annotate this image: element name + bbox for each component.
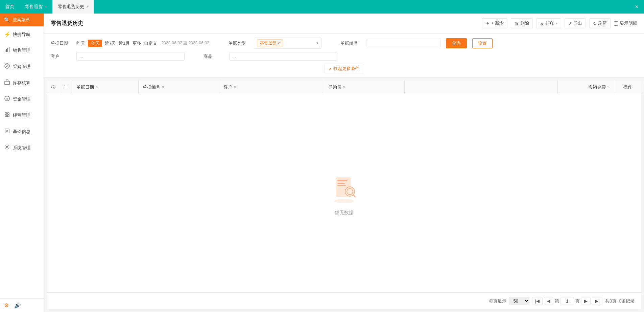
print-arrow-icon: ▾ [556,22,557,25]
refresh-button[interactable]: ↻ 刷新 [589,18,611,28]
date-option-7days[interactable]: 近7天 [105,40,116,46]
sidebar-search[interactable]: 🔍 搜索菜单 [0,14,44,26]
date-option-more[interactable]: 更多 [133,40,141,46]
customer-filter-select[interactable]: ... [76,52,185,61]
refresh-icon: ↻ [593,21,597,26]
collapse-up-icon: ∧ [329,66,332,71]
th-guide: 导购员 ⇅ [324,81,405,94]
order-no-filter-input[interactable] [366,39,440,47]
print-button[interactable]: 🖨 打印 ▾ [536,18,561,28]
new-button[interactable]: ＋ + 新增 [482,18,507,28]
th-operation: 操作 [614,81,641,94]
goods-filter-label: 商品 [204,53,224,60]
th-customer-sort-icon[interactable]: ⇅ [234,85,236,89]
export-icon: ↗ [568,21,572,26]
show-detail-checkbox-label[interactable]: 显示明细 [614,20,637,26]
goods-filter-select[interactable]: ... [229,52,337,61]
date-option-yesterday[interactable]: 昨天 [76,40,85,46]
sidebar-item-purchase[interactable]: 采购管理 [0,59,44,75]
tab-retail-return-history-close[interactable]: × [86,4,89,9]
th-checkbox[interactable] [60,81,72,94]
th-date-sort-icon[interactable]: ⇅ [95,85,98,89]
order-no-filter-label: 单据编号 [340,40,361,46]
svg-rect-8 [5,113,7,114]
next-page-button[interactable]: ▶ [581,297,591,305]
sidebar-item-operation[interactable]: 经营管理 [0,107,44,124]
th-spacer [405,81,557,94]
sidebar-item-purchase-label: 采购管理 [13,64,30,70]
per-page-label: 每页显示 [489,298,506,304]
sidebar-item-quick-nav-label: 快捷导航 [13,31,30,38]
sales-icon [4,47,10,54]
sidebar-item-inventory-label: 库存核算 [13,80,30,86]
show-detail-checkbox[interactable] [614,21,618,26]
operation-icon [4,112,10,119]
type-filter-select[interactable]: 零售退货 × ▾ [254,38,321,49]
th-guide-sort-icon[interactable]: ⇅ [343,85,345,89]
inventory-icon [4,80,10,86]
sidebar-item-finance[interactable]: ¥ 资金管理 [0,91,44,107]
th-amount: 实销金额 ⇅ [558,81,614,94]
svg-point-17 [53,87,54,88]
th-order-no-sort-icon[interactable]: ⇅ [162,85,164,89]
setting-button[interactable]: 设置 [472,38,493,48]
go-page-label: 第 [555,298,559,304]
purchase-icon [4,63,10,70]
first-page-button[interactable]: |◀ [532,297,543,305]
svg-rect-12 [5,129,9,133]
delete-button[interactable]: 🗑 删除 [511,18,533,28]
date-option-custom[interactable]: 自定义 [144,40,157,46]
tab-home[interactable]: 首页 [0,0,20,14]
svg-rect-1 [6,49,7,52]
tab-retail-return-history[interactable]: 零售退货历史 × [52,0,94,14]
sidebar-search-label: 搜索菜单 [13,17,30,23]
sidebar-item-inventory[interactable]: 库存核算 [0,75,44,91]
sidebar-item-basic-info[interactable]: 基础信息 [0,124,44,140]
sidebar-item-sales[interactable]: 销售管理 [0,42,44,59]
per-page-select[interactable]: 50 100 200 [509,297,529,305]
collapse-label: 收起更多条件 [333,66,360,72]
date-option-today[interactable]: 今天 [88,40,102,47]
sidebar-item-system[interactable]: 系统管理 [0,140,44,156]
customer-placeholder: ... [79,54,83,59]
sidebar-item-basic-info-label: 基础信息 [13,129,30,135]
collapse-button[interactable]: ∧ 收起更多条件 [324,64,364,73]
select-all-checkbox[interactable] [64,85,68,89]
finance-icon: ¥ [4,96,10,103]
customer-filter-label: 客户 [51,53,71,60]
date-filter-label: 单据日期 [51,40,71,46]
sound-icon[interactable]: 🔊 [14,302,21,309]
svg-rect-11 [7,115,9,117]
sidebar-item-quick-nav[interactable]: ⚡ 快捷导航 [0,26,44,42]
sidebar-item-system-label: 系统管理 [13,145,30,151]
tab-retail-return[interactable]: 零售退货 × [20,0,52,14]
new-label: + 新增 [491,20,504,26]
basic-info-icon [4,128,10,135]
svg-rect-5 [5,81,9,85]
query-button[interactable]: 查询 [446,38,467,48]
goods-placeholder: ... [232,54,236,59]
th-customer-label: 客户 [223,84,232,90]
th-settings[interactable] [47,81,60,94]
prev-page-button[interactable]: ◀ [544,297,553,305]
tab-retail-return-close[interactable]: × [45,4,47,9]
refresh-label: 刷新 [598,20,607,26]
page-nav: |◀ ◀ 第 页 ▶ ▶| [532,297,603,305]
last-page-button[interactable]: ▶| [592,297,602,305]
th-date: 单据日期 ⇅ [72,81,139,94]
date-options: 昨天 今天 近7天 近1月 更多 自定义 2023-06-02 至 2023-0… [76,40,209,47]
window-close-button[interactable]: × [635,3,639,10]
svg-point-18 [334,199,354,203]
page-number-input[interactable] [560,297,574,305]
page-header: 零售退货历史 ＋ + 新增 🗑 删除 🖨 打印 ▾ ↗ 导出 [44,14,644,34]
th-order-no: 单据编号 ⇅ [139,81,219,94]
export-button[interactable]: ↗ 导出 [565,18,586,28]
sidebar-item-finance-label: 资金管理 [13,96,30,102]
type-filter-tag: 零售退货 × [257,39,283,47]
type-filter-arrow-icon: ▾ [316,41,318,45]
type-filter-remove-icon[interactable]: × [278,41,280,46]
th-amount-sort-icon[interactable]: ⇅ [607,85,610,89]
svg-point-15 [6,147,8,148]
date-option-1month[interactable]: 近1月 [119,40,130,46]
settings-bottom-icon[interactable]: ⚙ [4,302,9,309]
